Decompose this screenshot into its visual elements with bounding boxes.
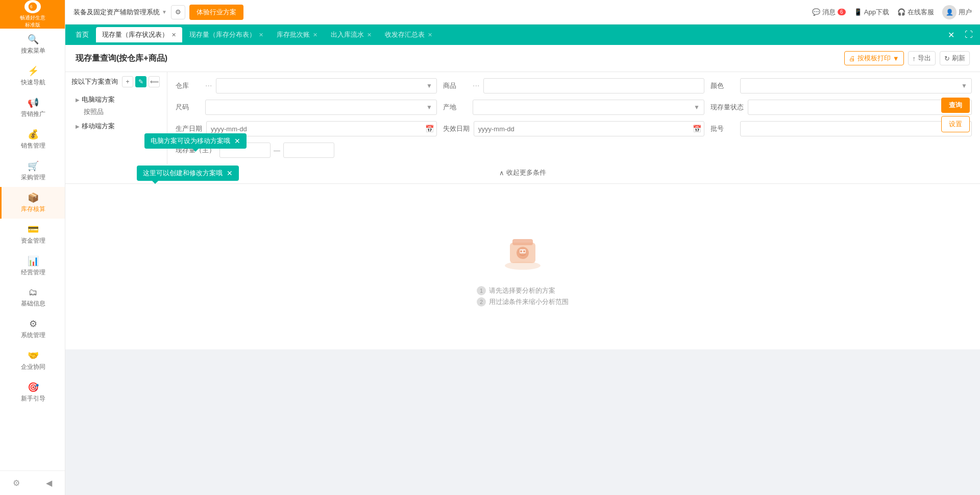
expiry-date-wrap: 📅	[474, 121, 704, 136]
filter-warehouse: 仓库 ··· ▼	[176, 78, 437, 93]
sidebar-item-operations[interactable]: 📊 经营管理	[0, 250, 65, 282]
reset-btn[interactable]: 设置	[941, 116, 970, 132]
calendar-icon-1[interactable]: 📅	[425, 125, 434, 133]
sidebar-item-search[interactable]: 🔍 搜索菜单	[0, 29, 65, 60]
tooltip1-close-btn[interactable]: ✕	[234, 137, 240, 145]
search-btn[interactable]: 查询	[941, 98, 970, 113]
refresh-btn[interactable]: ↻ 刷新	[940, 51, 970, 65]
origin-select[interactable]: ▼	[473, 100, 704, 115]
tab-receive-summary[interactable]: 收发存汇总表 ✕	[379, 27, 438, 42]
scheme-child-1[interactable]: 按照品	[84, 106, 161, 118]
range-separator: —	[274, 147, 280, 154]
scheme-desktop-node[interactable]: ▶ 电脑端方案	[76, 93, 161, 106]
avatar: 👤	[942, 5, 957, 19]
scheme-mobile-node[interactable]: ▶ 移动端方案	[76, 120, 161, 132]
export-btn[interactable]: ↑ 导出	[908, 51, 936, 65]
sidebar-item-enterprise[interactable]: 🤝 企业协同	[0, 345, 65, 376]
empty-state: 1 请先选择要分析的方案 2 用过滤条件来缩小分析范围	[65, 184, 980, 349]
tab-close-in-out-flow[interactable]: ✕	[367, 32, 372, 38]
collapse-btn[interactable]: ∧ 收起更多条件	[499, 168, 546, 177]
expiry-date-input[interactable]	[474, 121, 704, 136]
industry-btn[interactable]: 体验行业方案	[189, 5, 243, 20]
app-download-btn[interactable]: 📱 App下载	[854, 8, 889, 17]
filter-right-content: 仓库 ··· ▼ 商品 ···	[167, 72, 980, 164]
app-name: 畅通好生意	[20, 14, 45, 21]
close-all-tabs-btn[interactable]: ✕	[945, 29, 958, 41]
sidebar-label-finance: 资金管理	[21, 237, 45, 245]
app-download-label: App下载	[864, 8, 889, 17]
filter-header: 按以下方案查询 + ✎ ⟸	[71, 76, 161, 87]
warehouse-dots[interactable]: ···	[205, 81, 212, 90]
sidebar-item-basic[interactable]: 🗂 基础信息	[0, 282, 65, 313]
sidebar-item-inventory[interactable]: 📦 库存核算	[0, 187, 65, 219]
system-title-text: 装备及固定资产辅助管理系统	[74, 8, 160, 17]
tab-close-inventory-dist[interactable]: ✕	[259, 32, 263, 38]
basic-icon: 🗂	[29, 287, 38, 298]
scheme-desktop-label: 电脑端方案	[82, 95, 115, 104]
filter-actions: + ✎ ⟸	[122, 76, 160, 87]
main-area: 装备及固定资产辅助管理系统 ▼ ⚙ 体验行业方案 💬 消息 6 📱 App下载 …	[65, 0, 980, 495]
add-scheme-btn[interactable]: +	[122, 76, 133, 87]
dropdown-arrow-icon: ▼	[162, 9, 167, 15]
system-title-select[interactable]: 装备及固定资产辅助管理系统 ▼	[74, 8, 167, 17]
filter-row-2: 尺码 ▼ 产地 ▼	[176, 100, 972, 115]
origin-label: 产地	[443, 103, 469, 112]
tab-home[interactable]: 首页	[69, 27, 95, 42]
tab-inventory-dist[interactable]: 现存量（库存分布表） ✕	[183, 27, 270, 42]
goods-dots[interactable]: ···	[473, 81, 479, 90]
sidebar-item-marketing[interactable]: 📢 营销推广	[0, 92, 65, 124]
tab-inventory-status[interactable]: 现存量（库存状况表） ✕	[96, 27, 182, 42]
filter-row-4: 现存量（主） —	[176, 143, 972, 158]
sidebar-item-quicknav[interactable]: ⚡ 快速导航	[0, 60, 65, 92]
edit-scheme-btn[interactable]: ✎	[135, 76, 146, 87]
online-service-btn[interactable]: 🎧 在线客服	[897, 8, 934, 17]
filter-origin: 产地 ▼	[443, 100, 704, 115]
user-btn[interactable]: 👤 用户	[942, 5, 972, 19]
tooltip2-close-btn[interactable]: ✕	[227, 169, 233, 177]
sidebar-item-finance[interactable]: 💳 资金管理	[0, 219, 65, 250]
tab-in-out-flow[interactable]: 出入库流水 ✕	[325, 27, 378, 42]
warehouse-select[interactable]: ▼	[216, 78, 437, 93]
mobile-icon: 📱	[854, 8, 862, 16]
tab-close-receive-summary[interactable]: ✕	[428, 32, 432, 38]
sidebar-label-sales: 销售管理	[21, 142, 45, 150]
scheme-tree: ▶ 电脑端方案 按照品 ▶ 移动端方案	[71, 93, 161, 132]
filter-expiry-date: 失效日期 📅	[443, 121, 704, 136]
back-btn[interactable]: ⟸	[149, 76, 160, 87]
filter-with-panel: 按以下方案查询 + ✎ ⟸ 电脑方案可设为移动方案哦 ✕	[65, 72, 980, 164]
sidebar-label-enterprise: 企业协同	[21, 363, 45, 371]
goods-select[interactable]	[483, 78, 704, 93]
tab-batch-accounts[interactable]: 库存批次账 ✕	[271, 27, 324, 42]
sidebar-nav: 🔍 搜索菜单 ⚡ 快速导航 📢 营销推广 💰 销售管理 🛒 采购管理 📦 库存核…	[0, 29, 65, 470]
color-label: 颜色	[710, 81, 736, 90]
tabs-bar-right: ✕ ⛶	[945, 29, 976, 41]
filter-row-1: 仓库 ··· ▼ 商品 ···	[176, 78, 972, 93]
maximize-btn[interactable]: ⛶	[962, 29, 976, 40]
svg-point-8	[523, 250, 525, 252]
tab-close-batch-accounts[interactable]: ✕	[313, 32, 317, 38]
sidebar-item-sales[interactable]: 💰 销售管理	[0, 124, 65, 155]
collapse-up-icon: ∧	[499, 169, 504, 177]
gear-icon: ⚙	[175, 8, 181, 16]
tab-close-inventory-status[interactable]: ✕	[172, 32, 176, 38]
filter-row-3: 生产日期 📅 失效日期 📅	[176, 121, 972, 136]
print-btn[interactable]: 🖨 按模板打印 ▼	[844, 51, 904, 65]
message-btn[interactable]: 💬 消息 6	[812, 8, 846, 17]
sidebar-item-purchase[interactable]: 🛒 采购管理	[0, 155, 65, 187]
size-select[interactable]: ▼	[205, 100, 437, 115]
sidebar-item-system[interactable]: ⚙ 系统管理	[0, 313, 65, 345]
collapse-sidebar-btn[interactable]: ◀	[44, 476, 54, 490]
tab-label-receive-summary: 收发存汇总表	[385, 30, 425, 39]
sidebar-item-guide[interactable]: 🎯 新手引导	[0, 376, 65, 408]
settings-bottom-btn[interactable]: ⚙	[11, 476, 22, 490]
color-arrow-icon: ▼	[961, 82, 967, 89]
batch-no-input[interactable]	[740, 121, 972, 136]
color-select[interactable]: ▼	[740, 78, 972, 93]
gear-settings-btn[interactable]: ⚙	[171, 5, 185, 19]
tabs-bar: 首页 现存量（库存状况表） ✕ 现存量（库存分布表） ✕ 库存批次账 ✕ 出入库…	[65, 25, 980, 45]
inventory-status-select[interactable]: ▼	[748, 100, 972, 115]
calendar-icon-2[interactable]: 📅	[693, 125, 701, 133]
top-header: 装备及固定资产辅助管理系统 ▼ ⚙ 体验行业方案 💬 消息 6 📱 App下载 …	[65, 0, 980, 25]
inventory-max-input[interactable]	[283, 143, 334, 158]
svg-text:6: 6	[30, 4, 33, 9]
